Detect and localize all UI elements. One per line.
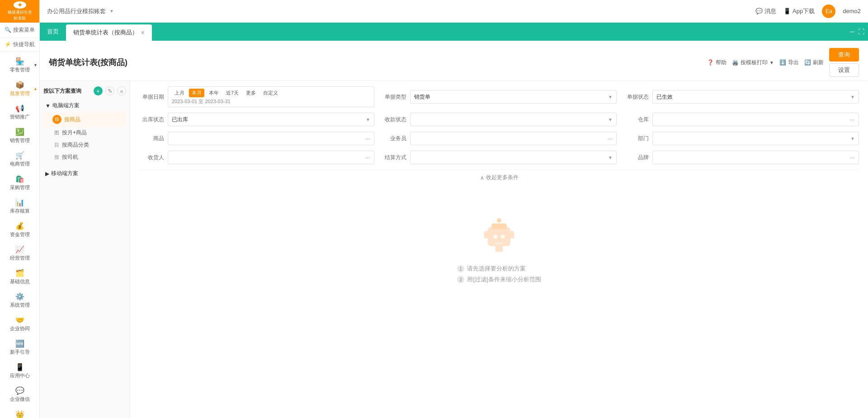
product-dots[interactable]: ··· bbox=[365, 135, 370, 142]
minimize-btn[interactable]: ─ bbox=[850, 28, 854, 35]
dept-arrow: ▼ bbox=[850, 136, 855, 141]
date-tab-this-month[interactable]: 本月 bbox=[189, 89, 204, 97]
sidebar-item-system[interactable]: ⚙️ 系统管理 bbox=[0, 289, 39, 312]
retail-icon: 🏪 bbox=[15, 57, 24, 66]
date-tab-more[interactable]: 更多 bbox=[243, 89, 259, 97]
close-tab-btn[interactable]: ✕ bbox=[141, 30, 145, 36]
svg-rect-5 bbox=[495, 246, 503, 252]
download-icon: 📱 bbox=[783, 8, 791, 14]
receiver-dots[interactable]: ··· bbox=[365, 154, 370, 161]
sidebar-item-retail[interactable]: 🏪 零售管理 ▼ bbox=[0, 53, 39, 77]
desktop-group-header[interactable]: ▼ 电脑端方案 bbox=[43, 99, 126, 112]
sidebar-quick-nav[interactable]: ⚡ 快捷导航 bbox=[0, 38, 39, 52]
sidebar-item-appcenter[interactable]: 📱 应用中心 bbox=[0, 359, 39, 383]
type-filter-control[interactable]: 销货单 ▼ bbox=[410, 90, 617, 104]
date-tab-last-month[interactable]: 上月 bbox=[172, 89, 187, 97]
export-label: 导出 bbox=[788, 59, 799, 66]
scheme-item-by-product[interactable]: 按 按商品 bbox=[43, 112, 126, 127]
setting-button[interactable]: 设置 bbox=[829, 63, 859, 77]
sidebar-item-basic[interactable]: 🗂️ 基础信息 bbox=[0, 265, 39, 289]
scheme-item-by-category[interactable]: 目 按商品分类 bbox=[43, 139, 126, 151]
add-scheme-btn[interactable]: + bbox=[94, 86, 103, 95]
brand-dots[interactable]: ··· bbox=[849, 154, 855, 161]
salesperson-dots[interactable]: ··· bbox=[607, 135, 613, 142]
sidebar-item-operations[interactable]: 📈 经营管理 bbox=[0, 242, 39, 265]
scheme-item-by-month-product[interactable]: 图 按月+商品 bbox=[43, 127, 126, 139]
sales-icon: 💹 bbox=[15, 128, 24, 136]
sidebar-item-ecommerce[interactable]: 🛒 电商管理 bbox=[0, 147, 39, 171]
mobile-group-header[interactable]: ▶ 移动端方案 bbox=[43, 167, 126, 180]
member-icon: 👑 bbox=[15, 410, 24, 418]
logo-text: 畅捷通好生意 bbox=[8, 10, 32, 15]
svg-point-7 bbox=[497, 218, 501, 223]
dept-control[interactable]: ▼ bbox=[652, 132, 859, 145]
warehouse-control[interactable]: ··· bbox=[652, 113, 859, 126]
date-tab-7days[interactable]: 近7天 bbox=[223, 89, 241, 97]
app-download-btn[interactable]: 📱 App下载 bbox=[783, 7, 815, 15]
tab-sales-stat[interactable]: 销货单统计表（按商品） ✕ bbox=[66, 24, 152, 41]
query-button[interactable]: 查询 bbox=[829, 48, 859, 62]
svg-rect-1 bbox=[484, 231, 489, 239]
salesperson-label: 业务员 bbox=[382, 135, 406, 142]
sidebar-item-member[interactable]: 👑 畅会员 bbox=[0, 406, 39, 418]
brand-control[interactable]: ··· bbox=[652, 151, 859, 164]
filter-item-dept: 部门 ▼ bbox=[624, 132, 859, 145]
sidebar-item-sales[interactable]: 💹 销售管理 bbox=[0, 124, 39, 147]
maximize-btn[interactable]: ⛶ bbox=[858, 28, 864, 35]
sidebar-item-guide[interactable]: 🆕 新手引导 bbox=[0, 336, 39, 359]
receiver-control[interactable]: ··· bbox=[168, 151, 374, 164]
filter-item-warehouse: 仓库 ··· bbox=[624, 113, 859, 126]
payment-method-control[interactable]: ▼ bbox=[410, 151, 617, 164]
sidebar-item-wechat[interactable]: 💬 企业微信 bbox=[0, 383, 39, 406]
help-btn[interactable]: ❓ 帮助 bbox=[707, 59, 726, 66]
edit-scheme-btn[interactable]: ✎ bbox=[105, 86, 114, 95]
message-label: 消息 bbox=[764, 7, 776, 15]
enterprise-icon: 🤝 bbox=[15, 316, 24, 324]
filter-item-payment-method: 结算方式 ▼ bbox=[382, 151, 617, 164]
status-filter-control[interactable]: 已生效 ▼ bbox=[652, 90, 859, 104]
collapse-panel-btn[interactable]: « bbox=[117, 86, 126, 95]
store-status-control[interactable]: 已出库 ▼ bbox=[168, 113, 374, 126]
warehouse-dots[interactable]: ··· bbox=[849, 116, 855, 123]
refresh-btn[interactable]: 🔄 刷新 bbox=[804, 59, 824, 66]
filter-item-type: 单据类型 销货单 ▼ bbox=[382, 90, 617, 104]
user-avatar[interactable]: Ea bbox=[822, 5, 835, 18]
body-layout: 按以下方案查询 + ✎ « ▼ 电脑端方案 bbox=[40, 81, 868, 418]
app-logo: ✦ 畅捷通好生意 标准版 bbox=[0, 0, 39, 23]
mobile-group-label: 移动端方案 bbox=[51, 170, 78, 177]
sidebar-item-wholesale[interactable]: 📦 批发管理 ▲ bbox=[0, 77, 39, 100]
page-header: 销货单统计表(按商品) ❓ 帮助 🖨️ 按模板打印 ▼ ⬇️ 导出 bbox=[40, 41, 868, 81]
payment-status-control[interactable]: ▼ bbox=[410, 113, 617, 126]
scheme-icon-by-product: 按 bbox=[52, 115, 61, 124]
main-content: 办公用品行业模拟账套 ▼ 💬 消息 📱 App下载 Ea demo2 首页 销货… bbox=[40, 0, 868, 418]
status-dropdown-arrow: ▼ bbox=[850, 95, 855, 100]
date-tab-custom[interactable]: 自定义 bbox=[260, 89, 281, 97]
salesperson-control[interactable]: ··· bbox=[410, 132, 617, 145]
store-status-value: 已出库 bbox=[172, 116, 188, 124]
collapse-row: ∧ 收起更多条件 bbox=[139, 170, 859, 185]
date-tab-this-year[interactable]: 本年 bbox=[206, 89, 222, 97]
collapse-filters-btn[interactable]: ∧ 收起更多条件 bbox=[480, 174, 519, 181]
print-dropdown-arrow: ▼ bbox=[769, 60, 774, 65]
breadcrumb-arrow[interactable]: ▼ bbox=[109, 9, 114, 14]
sidebar-item-enterprise[interactable]: 🤝 企业协同 bbox=[0, 312, 39, 336]
export-btn[interactable]: ⬇️ 导出 bbox=[779, 59, 799, 66]
date-filter-control[interactable]: 上月 本月 本年 近7天 更多 自定义 2023-03-01 至 2023-03… bbox=[168, 86, 374, 107]
svg-rect-6 bbox=[491, 223, 506, 229]
scheme-item-by-cashier[interactable]: 按 按司机 bbox=[43, 151, 126, 163]
sidebar-item-finance[interactable]: 💰 资金管理 bbox=[0, 218, 39, 242]
sidebar-item-inventory[interactable]: 📊 库存核算 bbox=[0, 195, 39, 218]
scheme-sub-icon-1: 图 bbox=[54, 129, 59, 136]
sidebar-item-marketing[interactable]: 📢 营销推广 bbox=[0, 100, 39, 124]
filter-item-store-status: 出库状态 已出库 ▼ bbox=[139, 113, 374, 126]
print-template-btn[interactable]: 🖨️ 按模板打印 ▼ bbox=[732, 59, 774, 66]
message-btn[interactable]: 💬 消息 bbox=[755, 7, 776, 15]
tab-home[interactable]: 首页 bbox=[40, 23, 66, 41]
sidebar-item-purchase[interactable]: 🛍️ 采购管理 bbox=[0, 171, 39, 195]
sidebar: ✦ 畅捷通好生意 标准版 🔍 搜索菜单 ⚡ 快捷导航 🏪 零售管理 ▼ 📦 批发… bbox=[0, 0, 40, 418]
page-content: 销货单统计表(按商品) ❓ 帮助 🖨️ 按模板打印 ▼ ⬇️ 导出 bbox=[40, 41, 868, 418]
inventory-icon: 📊 bbox=[15, 198, 24, 207]
sidebar-search[interactable]: 🔍 搜索菜单 bbox=[0, 23, 39, 38]
guide-icon: 🆕 bbox=[15, 339, 24, 348]
product-control[interactable]: ··· bbox=[168, 132, 374, 145]
